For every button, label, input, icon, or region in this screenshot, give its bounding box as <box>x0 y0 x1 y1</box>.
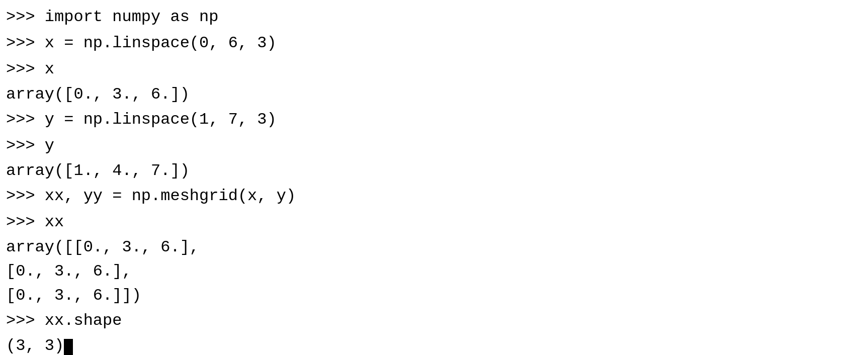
cursor <box>64 339 73 355</box>
terminal-line: >>> xx.shape <box>0 308 868 334</box>
terminal-line: >>> xx, yy = np.meshgrid(x, y) <box>0 183 868 209</box>
output-text: [0., 3., 6.]]) <box>6 286 141 305</box>
prompt: >>> <box>6 57 45 81</box>
terminal-line: array([[0., 3., 6.], <box>0 235 868 259</box>
output-text: [0., 3., 6.], <box>6 262 132 281</box>
terminal[interactable]: >>> import numpy as np>>> x = np.linspac… <box>0 0 868 355</box>
prompt: >>> <box>6 210 45 234</box>
terminal-line: >>> x <box>0 56 868 82</box>
terminal-line: >>> y <box>0 133 868 159</box>
terminal-line: (3, 3) <box>0 334 868 355</box>
prompt: >>> <box>6 309 45 333</box>
output-text: array([0., 3., 6.]) <box>6 85 190 104</box>
prompt: >>> <box>6 134 45 158</box>
terminal-line: [0., 3., 6.]]) <box>0 284 868 308</box>
code-text: xx, yy = np.meshgrid(x, y) <box>45 184 296 208</box>
output-text: array([1., 4., 7.]) <box>6 161 190 180</box>
output-text: array([[0., 3., 6.], <box>6 238 199 256</box>
code-text: xx <box>45 210 64 234</box>
code-text: xx.shape <box>45 309 122 333</box>
prompt: >>> <box>6 108 45 132</box>
terminal-line: >>> x = np.linspace(0, 6, 3) <box>0 30 868 56</box>
code-text: y = np.linspace(1, 7, 3) <box>45 108 277 132</box>
prompt: >>> <box>6 5 45 29</box>
terminal-line: >>> import numpy as np <box>0 4 868 30</box>
terminal-line: >>> y = np.linspace(1, 7, 3) <box>0 107 868 133</box>
code-text: y <box>45 134 54 158</box>
code-text: import numpy as np <box>45 5 219 29</box>
output-text: (3, 3) <box>6 336 64 355</box>
terminal-line: >>> xx <box>0 209 868 235</box>
prompt: >>> <box>6 184 45 208</box>
code-text: x <box>45 57 54 81</box>
terminal-line: array([1., 4., 7.]) <box>0 159 868 183</box>
prompt: >>> <box>6 31 45 55</box>
terminal-line: array([0., 3., 6.]) <box>0 82 868 107</box>
code-text: x = np.linspace(0, 6, 3) <box>45 31 277 55</box>
terminal-line: [0., 3., 6.], <box>0 259 868 284</box>
